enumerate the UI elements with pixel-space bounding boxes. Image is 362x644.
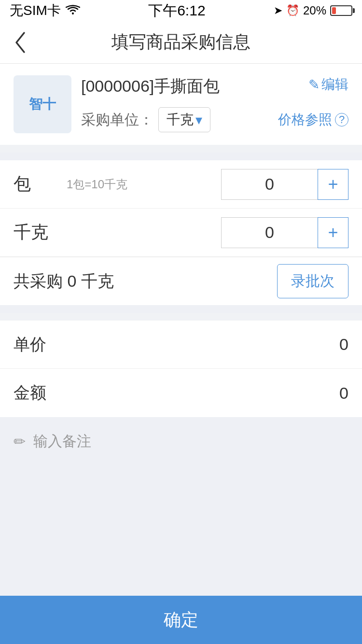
section-separator-1: [0, 153, 362, 160]
unit-value: 千克: [167, 111, 194, 129]
quantity-label-kg: 千克: [14, 221, 62, 244]
alarm-icon: ⏰: [286, 4, 299, 17]
quantity-plus-kg[interactable]: +: [318, 217, 348, 248]
back-button[interactable]: [14, 31, 27, 54]
nav-bar: 填写商品采购信息: [0, 21, 362, 64]
status-left: 无SIM卡: [10, 1, 80, 20]
quantity-row-kg: 千克 +: [0, 209, 362, 257]
pencil-icon: ✏: [14, 433, 26, 450]
quantity-sublabel-bao: 1包=10千克: [67, 177, 221, 192]
quantity-plus-bao[interactable]: +: [318, 169, 348, 200]
amount-label: 金额: [14, 382, 46, 404]
price-section: 单价 0 金额 0: [0, 321, 362, 417]
battery-icon: [330, 5, 352, 16]
battery-percent: 20%: [303, 4, 326, 17]
confirm-button[interactable]: 确定: [0, 596, 362, 644]
confirm-label: 确定: [164, 608, 198, 632]
quantity-row-bao: 包 1包=10千克 +: [0, 160, 362, 209]
status-right: ➤ ⏰ 20%: [274, 4, 352, 17]
quantity-label-bao: 包: [14, 172, 62, 196]
chevron-down-icon: ▾: [195, 112, 202, 128]
note-section[interactable]: ✏ 输入备注: [0, 417, 362, 465]
unit-price-label: 单价: [14, 334, 46, 356]
location-icon: ➤: [274, 4, 282, 17]
product-card: 智十 [0000006]手撕面包 ✎ 编辑 采购单位： 千克 ▾ 价格参照 ?: [0, 64, 362, 145]
unit-price-value: 0: [339, 335, 348, 354]
record-batch-button[interactable]: 录批次: [277, 264, 348, 298]
summary-text: 共采购 0 千克: [14, 270, 114, 293]
note-placeholder: 输入备注: [33, 432, 91, 451]
product-image: 智十: [14, 75, 71, 133]
carrier-text: 无SIM卡: [10, 1, 61, 20]
question-icon: ?: [335, 113, 348, 126]
quantity-section: 包 1包=10千克 + 千克 +: [0, 160, 362, 257]
unit-prefix-label: 采购单位：: [81, 110, 153, 130]
product-info: [0000006]手撕面包 ✎ 编辑 采购单位： 千克 ▾ 价格参照 ?: [81, 75, 348, 132]
quantity-input-kg[interactable]: [221, 217, 318, 248]
edit-label: 编辑: [321, 75, 348, 94]
wifi-icon: [66, 3, 80, 18]
summary-row: 共采购 0 千克 录批次: [0, 257, 362, 305]
product-name: [0000006]手撕面包: [81, 75, 308, 98]
page-title: 填写商品采购信息: [111, 30, 251, 54]
amount-value: 0: [339, 384, 348, 403]
svg-point-0: [72, 13, 74, 14]
price-ref-label: 价格参照: [278, 111, 332, 129]
edit-icon: ✎: [308, 77, 320, 93]
price-ref-button[interactable]: 价格参照 ?: [278, 111, 348, 129]
status-time: 下午6:12: [148, 1, 205, 21]
quantity-input-bao[interactable]: [221, 169, 318, 200]
section-separator-2: [0, 305, 362, 313]
unit-dropdown[interactable]: 千克 ▾: [158, 107, 210, 132]
edit-button[interactable]: ✎ 编辑: [308, 75, 348, 94]
unit-price-row: 单价 0: [0, 321, 362, 369]
amount-row: 金额 0: [0, 369, 362, 417]
quantity-input-wrap-bao: +: [221, 169, 348, 200]
quantity-input-wrap-kg: +: [221, 217, 348, 248]
status-bar: 无SIM卡 下午6:12 ➤ ⏰ 20%: [0, 0, 362, 21]
